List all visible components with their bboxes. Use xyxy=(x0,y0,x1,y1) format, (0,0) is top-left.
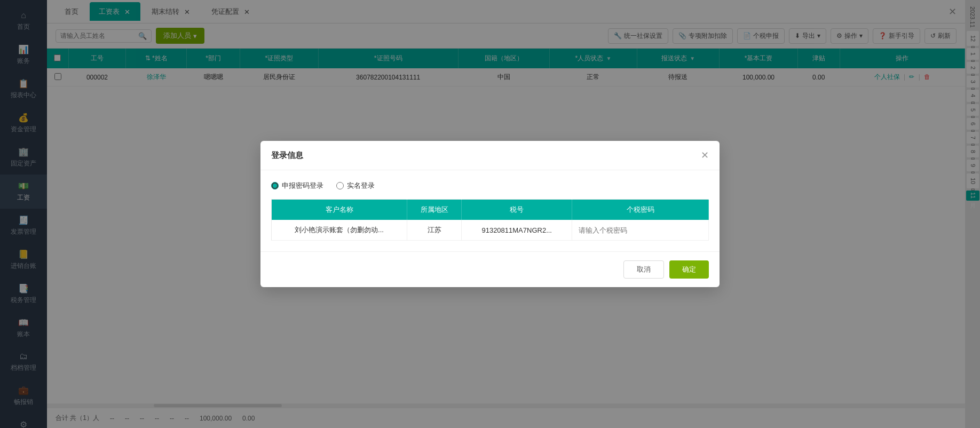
modal-footer: 取消 确定 xyxy=(260,251,720,287)
radio-password-login[interactable]: 申报密码登录 xyxy=(271,181,323,191)
cell-tax-password[interactable] xyxy=(572,220,709,241)
client-table-row: 刘小艳演示账套（勿删勿动... 江苏 91320811MA7NGR2... xyxy=(272,220,709,241)
login-info-modal: 登录信息 ✕ 申报密码登录 实名登录 客户名称 所属地区 xyxy=(260,141,720,287)
cell-client-name: 刘小艳演示账套（勿删勿动... xyxy=(272,220,407,241)
client-table: 客户名称 所属地区 税号 个税密码 刘小艳演示账套（勿删勿动... 江苏 913… xyxy=(271,199,709,241)
modal-body: 申报密码登录 实名登录 客户名称 所属地区 税号 个税密码 xyxy=(260,170,720,251)
radio-realname-input[interactable] xyxy=(336,182,344,189)
tax-password-input[interactable] xyxy=(579,226,702,234)
col-client-name: 客户名称 xyxy=(272,200,407,220)
confirm-button[interactable]: 确定 xyxy=(669,260,709,279)
radio-realname-login[interactable]: 实名登录 xyxy=(336,181,375,191)
col-region: 所属地区 xyxy=(407,200,462,220)
login-type-radio-group: 申报密码登录 实名登录 xyxy=(271,181,709,191)
col-tax-number: 税号 xyxy=(462,200,572,220)
cell-tax-number: 91320811MA7NGR2... xyxy=(462,220,572,241)
radio-password-input[interactable] xyxy=(271,182,279,189)
cancel-button[interactable]: 取消 xyxy=(623,260,664,279)
modal-overlay: 登录信息 ✕ 申报密码登录 实名登录 客户名称 所属地区 xyxy=(0,0,980,428)
modal-close-button[interactable]: ✕ xyxy=(701,149,709,161)
modal-title: 登录信息 xyxy=(271,150,303,161)
cell-region: 江苏 xyxy=(407,220,462,241)
modal-header: 登录信息 ✕ xyxy=(260,141,720,170)
col-tax-password: 个税密码 xyxy=(572,200,709,220)
